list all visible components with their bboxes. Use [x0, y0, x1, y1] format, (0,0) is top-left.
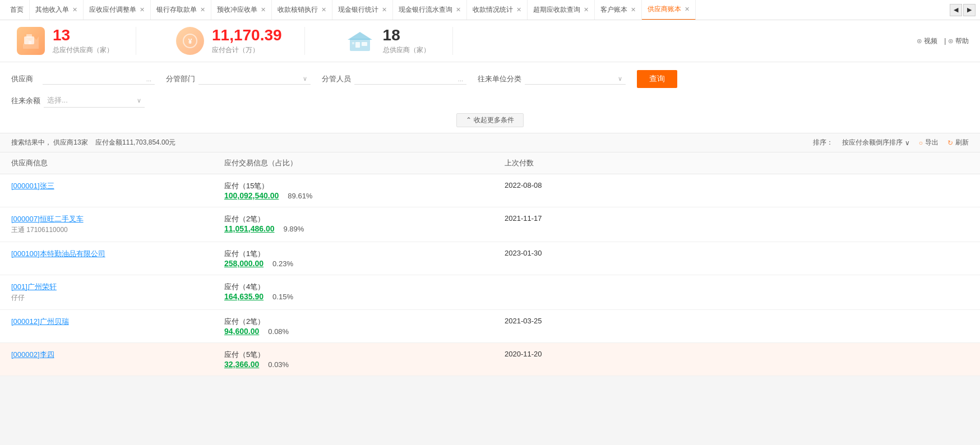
- table-row: [000001]张三 应付（15笔） 100,092,540.00 89.61%…: [0, 174, 980, 207]
- transaction-row: 11,051,486.00 9.89%: [224, 224, 505, 233]
- nav-tab-customer-label: 客户账本: [600, 5, 627, 15]
- help-text[interactable]: | ⊙ 帮助: [944, 36, 969, 46]
- transaction-amount[interactable]: 94,600.00: [224, 327, 259, 336]
- nav-tab-cash-bank-stat-close[interactable]: ✕: [382, 6, 387, 13]
- nav-tab-receipt-verify[interactable]: 收款核销执行 ✕: [272, 0, 332, 20]
- person-filter-select[interactable]: ...: [354, 74, 466, 85]
- nav-tab-bank-deposit-close[interactable]: ✕: [200, 6, 205, 13]
- supplier-link[interactable]: [000100]本特勤油品有限公司: [11, 249, 224, 259]
- supplier-link[interactable]: [000007]恒旺二手叉车: [11, 214, 224, 224]
- nav-tab-home[interactable]: 首页: [4, 0, 30, 20]
- supplier-filter-select[interactable]: ...: [43, 74, 155, 85]
- dept-filter-chevron: ∨: [303, 75, 307, 82]
- summary-help: ⊙ 视频 | ⊙ 帮助: [917, 36, 969, 46]
- nav-tab-ap-adjust[interactable]: 应收应付调整单 ✕: [84, 0, 151, 20]
- result-bar-right: 排序： 按应付余额倒序排序 ∨ ○ 导出 ↻ 刷新: [813, 138, 969, 147]
- category-filter-select[interactable]: ∨: [525, 73, 626, 85]
- supplier-cell: [000012]广州贝瑞: [11, 317, 224, 336]
- supplier-sub: 仔仔: [11, 293, 224, 303]
- col-header-transaction: 应付交易信息（占比）: [224, 158, 505, 168]
- supplier-sub: 王通 17106110000: [11, 225, 224, 235]
- nav-tab-customer[interactable]: 客户账本 ✕: [595, 0, 642, 20]
- nav-tab-overdue-close[interactable]: ✕: [584, 6, 589, 13]
- nav-tab-supplier-account[interactable]: 供应商账本 ✕: [642, 0, 696, 20]
- transaction-amount[interactable]: 164,635.90: [224, 292, 264, 301]
- col-header-last-payment: 上次付数: [505, 158, 969, 168]
- nav-tab-other-income[interactable]: 其他收入单 ✕: [30, 0, 84, 20]
- transaction-row: 258,000.00 0.23%: [224, 259, 505, 268]
- nav-tab-cash-bank-flow-label: 现金银行流水查询: [399, 5, 452, 15]
- category-filter-label: 往来单位分类: [478, 74, 521, 84]
- transaction-cell: 应付（15笔） 100,092,540.00 89.61%: [224, 181, 505, 200]
- transaction-amount[interactable]: 100,092,540.00: [224, 191, 279, 200]
- sort-select[interactable]: 按应付余额倒序排序 ∨: [842, 138, 910, 147]
- nav-tab-overdue[interactable]: 超期应收款查询 ✕: [528, 0, 595, 20]
- nav-tab-bank-deposit[interactable]: 银行存取款单 ✕: [151, 0, 211, 20]
- nav-tab-receipt-stat[interactable]: 收款情况统计 ✕: [467, 0, 528, 20]
- help-video[interactable]: ⊙ 视频: [917, 36, 937, 46]
- nav-tab-advance[interactable]: 预收冲应收单 ✕: [211, 0, 272, 20]
- export-icon: ○: [919, 139, 923, 147]
- supplier-cell: [000001]张三: [11, 181, 224, 200]
- transaction-amount[interactable]: 258,000.00: [224, 259, 264, 268]
- table-body: [000001]张三 应付（15笔） 100,092,540.00 89.61%…: [0, 174, 980, 376]
- summary-bar: 13 总应付供应商（家） ¥ 11,170.39 应付合计（万）: [0, 20, 980, 62]
- supplier-link[interactable]: [000012]广州贝瑞: [11, 317, 224, 327]
- dept-filter-select[interactable]: ∨: [198, 73, 311, 85]
- last-payment-cell: 2020-11-20: [505, 350, 969, 369]
- last-payment-cell: 2023-01-30: [505, 249, 969, 268]
- result-bar: 搜索结果中， 供应商13家 应付金额111,703,854.00元 排序： 按应…: [0, 133, 980, 152]
- last-payment-value: 2023-01-30: [505, 249, 969, 257]
- collapse-button[interactable]: ⌃ 收起更多条件: [456, 113, 523, 127]
- supplier-link[interactable]: [001]广州荣轩: [11, 282, 224, 292]
- table-header: 供应商信息 应付交易信息（占比） 上次付数: [0, 152, 980, 174]
- export-button[interactable]: ○ 导出: [919, 138, 939, 147]
- svg-rect-8: [355, 42, 360, 48]
- nav-tab-cash-bank-flow-close[interactable]: ✕: [456, 6, 461, 13]
- filter-supplier: 供应商 ...: [11, 74, 155, 85]
- data-table: 供应商信息 应付交易信息（占比） 上次付数 [000001]张三 应付（15笔）…: [0, 152, 980, 376]
- col-header-supplier: 供应商信息: [11, 158, 224, 168]
- payable-amount-label: 应付合计（万）: [212, 45, 282, 55]
- balance-filter-label: 往来余额: [11, 96, 40, 106]
- total-suppliers-text: 18 总供应商（家）: [383, 27, 430, 55]
- last-payment-cell: [505, 282, 969, 303]
- person-filter-label: 分管人员: [322, 74, 351, 84]
- transaction-amount[interactable]: 32,366.00: [224, 360, 259, 369]
- transaction-cell: 应付（1笔） 258,000.00 0.23%: [224, 249, 505, 268]
- nav-tab-customer-close[interactable]: ✕: [631, 6, 636, 13]
- nav-tab-receipt-verify-close[interactable]: ✕: [321, 6, 326, 13]
- transaction-percent: 0.23%: [272, 259, 293, 268]
- svg-text:¥: ¥: [188, 38, 192, 45]
- transaction-amount[interactable]: 11,051,486.00: [224, 224, 275, 233]
- transaction-label: 应付（2笔）: [224, 214, 505, 224]
- nav-tab-ap-adjust-label: 应收应付调整单: [89, 5, 136, 15]
- summary-payable-amount: ¥ 11,170.39 应付合计（万）: [170, 27, 305, 55]
- nav-tab-advance-close[interactable]: ✕: [261, 6, 266, 13]
- nav-tab-receipt-stat-close[interactable]: ✕: [516, 6, 521, 13]
- collapse-bar: ⌃ 收起更多条件: [11, 113, 969, 127]
- nav-arrow-right[interactable]: ▶: [963, 4, 976, 16]
- svg-rect-10: [352, 42, 354, 44]
- nav-tab-supplier-account-close[interactable]: ✕: [685, 6, 690, 13]
- balance-filter-select[interactable]: 选择... ∨: [44, 94, 145, 108]
- nav-tab-cash-bank-flow[interactable]: 现金银行流水查询 ✕: [393, 0, 467, 20]
- nav-tab-ap-adjust-close[interactable]: ✕: [140, 6, 145, 13]
- nav-tab-receipt-stat-label: 收款情况统计: [473, 5, 513, 15]
- supplier-link[interactable]: [000001]张三: [11, 181, 224, 191]
- supplier-link[interactable]: [000002]李四: [11, 350, 224, 360]
- supplier-filter-dots: ...: [146, 76, 151, 82]
- payable-suppliers-label: 总应付供应商（家）: [53, 45, 113, 55]
- query-button[interactable]: 查询: [637, 70, 677, 88]
- svg-rect-9: [362, 42, 367, 46]
- supplier-cell: [000100]本特勤油品有限公司: [11, 249, 224, 268]
- transaction-row: 94,600.00 0.08%: [224, 327, 505, 336]
- nav-tab-other-income-close[interactable]: ✕: [72, 6, 77, 13]
- refresh-button[interactable]: ↻ 刷新: [947, 138, 969, 147]
- nav-tab-other-income-label: 其他收入单: [35, 5, 69, 15]
- nav-tab-cash-bank-stat[interactable]: 现金银行统计 ✕: [332, 0, 393, 20]
- nav-arrow-left[interactable]: ◀: [950, 4, 962, 16]
- transaction-cell: 应付（2笔） 94,600.00 0.08%: [224, 317, 505, 336]
- balance-filter-chevron: ∨: [137, 97, 141, 104]
- nav-tab-home-label: 首页: [10, 5, 24, 15]
